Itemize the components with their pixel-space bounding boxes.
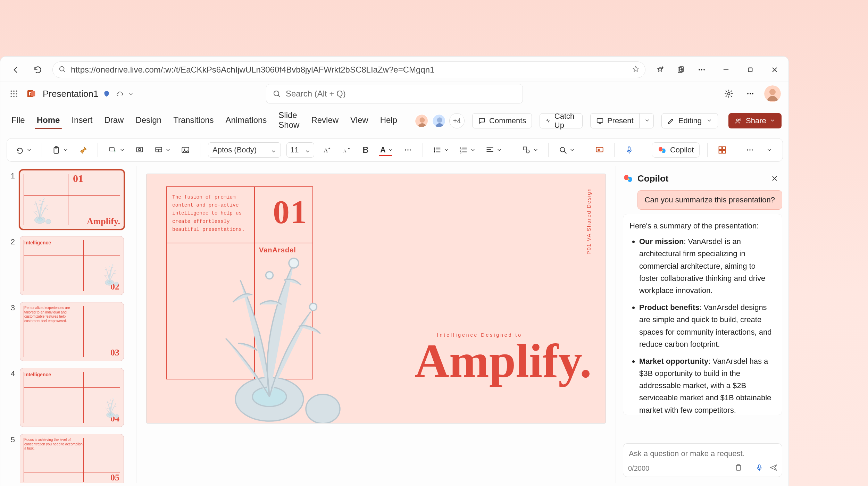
ribbon-tabs: File Home Insert Draw Design Transitions… <box>0 105 788 135</box>
catch-up-button[interactable]: Catch Up <box>540 113 582 128</box>
copilot-bullet: Market opportunity: VanArsdel has a $3B … <box>639 355 776 415</box>
thumb-number: 3 <box>9 303 15 312</box>
tab-transitions[interactable]: Transitions <box>171 112 216 130</box>
present-caret[interactable] <box>639 113 654 128</box>
compose-send-icon[interactable] <box>769 463 778 474</box>
copilot-compose[interactable]: 0/2000 <box>623 443 782 477</box>
copilot-button[interactable]: Copilot <box>652 142 700 158</box>
reuse-slide-button[interactable] <box>133 142 147 158</box>
collections-icon[interactable] <box>673 62 688 77</box>
refresh-button[interactable] <box>30 62 45 77</box>
tab-help[interactable]: Help <box>378 112 399 130</box>
search-placeholder: Search (Alt + Q) <box>286 89 346 99</box>
tab-draw[interactable]: Draw <box>102 112 126 130</box>
browser-toolbar: https://onedrive.live.com/:w:/t/EaCKkPs6… <box>0 57 788 82</box>
presence-avatar-2[interactable] <box>432 114 446 128</box>
dictate-button[interactable] <box>622 142 636 158</box>
tab-design[interactable]: Design <box>133 112 164 130</box>
copilot-bullet: Product benefits: VanArsdel designs are … <box>639 301 776 350</box>
thumb-number: 2 <box>9 237 15 246</box>
comments-button[interactable]: Comments <box>472 113 532 128</box>
sensitivity-shield-icon[interactable] <box>102 89 111 99</box>
font-decrease-button[interactable] <box>339 142 353 158</box>
copilot-panel: Copilot Can you summarize this presentat… <box>616 166 788 483</box>
designer-button[interactable] <box>593 142 607 158</box>
sync-status-icon[interactable] <box>115 89 125 99</box>
browser-more-icon[interactable] <box>694 62 709 77</box>
ribbon: Aptos (Body) 11 B A Copilot <box>7 138 783 162</box>
editing-mode-button[interactable]: Editing <box>661 113 718 128</box>
numbering-button[interactable] <box>457 142 478 158</box>
font-family-select[interactable]: Aptos (Body) <box>208 142 281 158</box>
slide-thumb-1[interactable]: 01 Amplify. <box>20 170 124 229</box>
app-launcher-icon[interactable] <box>8 88 20 100</box>
address-bar[interactable]: https://onedrive.live.com/:w:/t/EaCKkPs6… <box>52 61 645 78</box>
layout-button[interactable] <box>152 142 173 158</box>
share-button[interactable]: Share <box>728 113 782 128</box>
thumb-number: 1 <box>9 171 15 181</box>
titlebar-more-icon[interactable] <box>743 86 758 101</box>
slide-thumbnails: 1 01 Amplify. 2 Intelligence 02 <box>0 166 136 483</box>
copilot-bullet: Our mission: VanArsdel is an architectur… <box>639 235 776 296</box>
slide-thumb-2[interactable]: Intelligence 02 <box>20 236 124 295</box>
copilot-answer: Here's a summary of the presentation: Ou… <box>623 214 782 415</box>
shapes-button[interactable] <box>520 142 541 158</box>
align-button[interactable] <box>483 142 504 158</box>
document-name[interactable]: Presentation1 <box>43 89 134 99</box>
find-button[interactable] <box>556 142 577 158</box>
paste-button[interactable] <box>50 142 70 158</box>
content-area: 1 01 Amplify. 2 Intelligence 02 <box>0 166 788 483</box>
bullets-button[interactable] <box>431 142 451 158</box>
slide-thumb-4[interactable]: Intelligence 04 <box>20 368 124 427</box>
thumb-number: 4 <box>9 369 15 378</box>
new-slide-button[interactable] <box>106 142 127 158</box>
slide-thumb-5[interactable]: Focus is achieving the level of concentr… <box>20 434 124 483</box>
back-button[interactable] <box>8 62 23 77</box>
copilot-input[interactable] <box>628 447 778 460</box>
slide-canvas[interactable]: 01 The fusion of premium content and pro… <box>146 174 606 424</box>
tab-insert[interactable]: Insert <box>69 112 94 130</box>
undo-button[interactable] <box>13 142 34 158</box>
tab-slideshow[interactable]: Slide Show <box>276 107 301 135</box>
format-painter-button[interactable] <box>76 142 90 158</box>
account-avatar[interactable] <box>764 85 781 102</box>
ribbon-more-icon[interactable] <box>743 142 757 158</box>
copilot-user-question: Can you summarize this presentation? <box>637 190 782 210</box>
document-name-text: Presentation1 <box>43 89 98 99</box>
window-minimize[interactable] <box>718 62 734 77</box>
slide-big-number: 01 <box>273 193 308 231</box>
font-more-icon[interactable] <box>401 142 415 158</box>
slide-side-caption: P01 VA Shared Design <box>586 188 592 254</box>
tab-animations[interactable]: Animations <box>224 112 269 130</box>
settings-gear-icon[interactable] <box>721 86 736 101</box>
presence-more[interactable]: +4 <box>449 113 465 128</box>
copilot-char-counter: 0/2000 <box>628 464 649 472</box>
tab-view[interactable]: View <box>348 112 370 130</box>
grid-view-button[interactable] <box>715 142 729 158</box>
favorites-add-icon[interactable] <box>652 62 668 77</box>
tab-review[interactable]: Review <box>309 112 341 130</box>
present-button[interactable]: Present <box>590 113 639 128</box>
presence-avatar-1[interactable] <box>415 114 428 128</box>
window-maximize[interactable] <box>743 62 758 77</box>
slide-thumb-3[interactable]: Personalized experiences are tailored to… <box>20 302 124 361</box>
copilot-answer-intro: Here's a summary of the presentation: <box>629 220 776 232</box>
ribbon-collapse-caret-icon[interactable] <box>762 142 776 158</box>
font-increase-button[interactable] <box>320 142 334 158</box>
favorites-star-icon[interactable] <box>632 65 640 74</box>
tab-home[interactable]: Home <box>35 112 62 130</box>
app-titlebar: Presentation1 Search (Alt + Q) <box>0 82 788 105</box>
doc-menu-caret-icon[interactable] <box>128 89 134 99</box>
font-color-button[interactable]: A <box>378 142 395 158</box>
bold-button[interactable]: B <box>359 142 373 158</box>
compose-clipboard-icon[interactable] <box>734 463 743 474</box>
presence-avatars[interactable]: +4 <box>415 113 465 128</box>
compose-mic-icon[interactable] <box>756 463 763 474</box>
copilot-close-button[interactable] <box>767 171 782 186</box>
picture-button[interactable] <box>178 142 192 158</box>
window-close[interactable] <box>767 62 782 77</box>
search-box[interactable]: Search (Alt + Q) <box>266 84 523 103</box>
tab-file[interactable]: File <box>9 112 27 130</box>
font-size-select[interactable]: 11 <box>286 142 314 158</box>
slide-illustration <box>149 232 399 424</box>
